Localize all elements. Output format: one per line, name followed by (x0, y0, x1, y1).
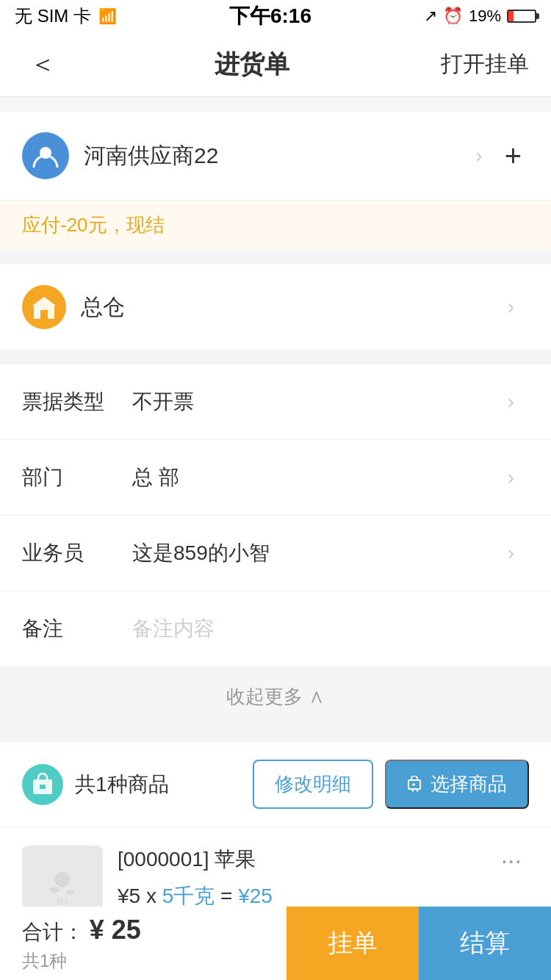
carrier-text: 无 SIM 卡 (15, 4, 91, 28)
gap-3 (0, 350, 551, 364)
total-amount: ¥ 25 (90, 915, 141, 945)
product-info: [0000001] 苹果 ¥5 x 5千克 = ¥25 (118, 846, 479, 910)
remark-placeholder: 备注内容 (125, 615, 529, 643)
invoice-label: 票据类型 (22, 388, 125, 416)
select-product-label: 选择商品 (431, 771, 507, 797)
supplier-name: 河南供应商22 (84, 141, 475, 171)
svg-rect-3 (40, 310, 48, 319)
salesman-label: 业务员 (22, 539, 125, 567)
dept-value: 总 部 (125, 464, 508, 491)
total-sub: 共1种 (22, 949, 264, 973)
equals: = (215, 884, 238, 907)
notice-bar: 应付-20元，现结 (0, 201, 551, 250)
add-supplier-button[interactable]: + (497, 140, 529, 173)
product-more-button[interactable]: ··· (494, 846, 529, 874)
status-left: 无 SIM 卡 📶 (15, 4, 117, 28)
dept-chevron-icon: › (508, 466, 514, 489)
salesman-chevron-icon: › (508, 541, 514, 565)
svg-marker-2 (32, 297, 56, 306)
product-header-icon (22, 764, 63, 805)
qty-value: 5千克 (162, 884, 215, 907)
product-title: 苹果 (215, 848, 256, 871)
product-code: [0000001] (118, 848, 215, 871)
notice-text: 应付-20元，现结 (22, 214, 165, 236)
svg-point-12 (50, 887, 60, 893)
warehouse-name: 总仓 (81, 292, 508, 323)
battery-icon (507, 10, 536, 23)
warehouse-row[interactable]: 总仓 › (0, 264, 551, 350)
collapse-toggle[interactable]: 收起更多 ∧ (0, 666, 551, 727)
svg-text:智+: 智+ (56, 897, 68, 906)
edit-detail-button[interactable]: 修改明细 (253, 760, 373, 809)
svg-point-7 (412, 789, 414, 791)
footer: 合计： ¥ 25 共1种 挂单 结算 (0, 907, 551, 980)
product-header: 共1种商品 修改明细 选择商品 (0, 742, 551, 826)
svg-point-11 (55, 872, 71, 887)
footer-total: 合计： ¥ 25 共1种 (0, 907, 287, 980)
dept-row[interactable]: 部门 总 部 › (0, 440, 551, 516)
price-value: ¥5 x (118, 884, 162, 907)
form-section: 票据类型 不开票 › 部门 总 部 › 业务员 这是859的小智 › 备注 备注… (0, 364, 551, 666)
warehouse-section: 总仓 › (0, 264, 551, 350)
supplier-section: 河南供应商22 › + 应付-20元，现结 (0, 112, 551, 250)
remark-row[interactable]: 备注 备注内容 (0, 591, 551, 666)
svg-rect-5 (40, 785, 46, 789)
dept-label: 部门 (22, 464, 125, 491)
invoice-chevron-icon: › (508, 390, 514, 414)
page-title: 进货单 (215, 48, 289, 82)
warehouse-icon (22, 285, 66, 329)
supplier-avatar (22, 132, 69, 179)
total-label: 合计： (22, 920, 84, 943)
battery-percent: 19% (469, 7, 501, 26)
nav-bar: ＜ 进货单 打开挂单 (0, 32, 551, 97)
salesman-row[interactable]: 业务员 这是859的小智 › (0, 516, 551, 591)
select-product-button[interactable]: 选择商品 (385, 760, 529, 809)
total-value: ¥25 (238, 884, 273, 907)
status-time: 下午6:16 (229, 2, 311, 30)
svg-point-8 (417, 789, 419, 791)
back-button[interactable]: ＜ (22, 39, 63, 90)
product-name: [0000001] 苹果 (118, 846, 479, 873)
salesman-value: 这是859的小智 (125, 539, 508, 567)
location-icon: ↗ (424, 7, 437, 26)
status-right: ↗ ⏰ 19% (424, 7, 536, 26)
gap-1 (0, 97, 551, 112)
warehouse-chevron-icon: › (508, 295, 514, 319)
invoice-value: 不开票 (125, 388, 508, 416)
settle-button[interactable]: 结算 (419, 907, 551, 980)
supplier-row[interactable]: 河南供应商22 › + (0, 112, 551, 201)
supplier-chevron-icon: › (475, 144, 482, 167)
gap-4 (0, 727, 551, 742)
wifi-icon: 📶 (98, 7, 117, 25)
total-top: 合计： ¥ 25 (22, 915, 264, 946)
svg-point-13 (66, 890, 74, 895)
cart-icon (407, 776, 425, 793)
hang-button[interactable]: 挂单 (287, 907, 419, 980)
product-count: 共1种商品 (75, 771, 253, 799)
alarm-icon: ⏰ (443, 7, 463, 26)
status-bar: 无 SIM 卡 📶 下午6:16 ↗ ⏰ 19% (0, 0, 551, 32)
gap-2 (0, 250, 551, 264)
open-pending-button[interactable]: 打开挂单 (441, 49, 529, 79)
remark-label: 备注 (22, 615, 125, 643)
invoice-row[interactable]: 票据类型 不开票 › (0, 364, 551, 440)
